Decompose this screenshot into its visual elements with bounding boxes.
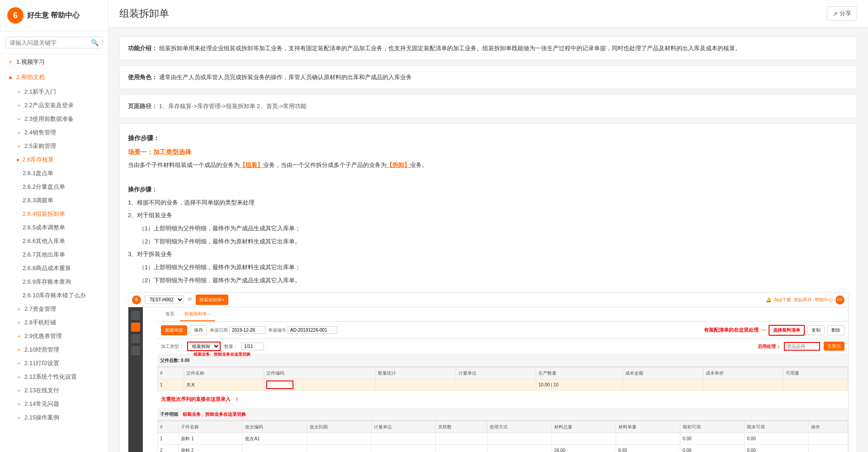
sim-nav-btn[interactable]: 拆装拆卸单× bbox=[196, 295, 228, 305]
step3-1: （1）上部明细为父件明细，最终作为原材料生成其它出库单； bbox=[128, 262, 849, 273]
sim-action-btn2[interactable]: 删除 bbox=[827, 325, 844, 335]
sidebar-item-faq[interactable]: ＋2.14常见问题 bbox=[0, 397, 108, 411]
td-end: 0.00 bbox=[745, 433, 809, 445]
func-intro-card: 功能介绍： 组装拆卸单用来处理企业组装或拆卸等加工业务，支持有固定装配清单的产品… bbox=[119, 37, 857, 60]
sim-type-label: 加工类型： bbox=[161, 342, 184, 351]
sidebar-item-docs[interactable]: ● 2.帮助文档 bbox=[0, 70, 108, 85]
sim-date-field: 单据日期 bbox=[210, 326, 265, 334]
role-text: 通常由生产人员或库管人员完成拆装业务的操作，库管人员确认原材料的出库和产成品的入… bbox=[159, 74, 412, 81]
td-unit bbox=[456, 379, 536, 390]
sidebar-item-ops[interactable]: ＋2.10经营管理 bbox=[0, 343, 108, 357]
sidebar-item-label: 2.帮助文档 bbox=[16, 73, 45, 81]
sim-mid-annotation: 无需批次序列的直接在这里录入 ↑ bbox=[157, 391, 848, 408]
th-end-avail: 期末可用 bbox=[745, 421, 809, 433]
func-intro-text: 组装拆卸单用来处理企业组装或拆卸等加工业务，支持有固定装配清单的产品加工业务，也… bbox=[159, 45, 741, 52]
sim-type-select[interactable]: 组装拆卸 bbox=[187, 342, 221, 351]
logo-text: 好生意 帮助中心 bbox=[27, 11, 80, 20]
sub-plus-icon: ＋ bbox=[16, 360, 22, 367]
search-box[interactable]: 🔍 bbox=[5, 37, 103, 48]
sidebar-item-cases[interactable]: ＋2.15操作案例 bbox=[0, 411, 108, 424]
sim-enable-btn[interactable]: 立发完 bbox=[824, 342, 844, 351]
path-text: 1、库存核算->库存管理->组装拆卸单 2、首页->常用功能 bbox=[159, 103, 307, 109]
td-parent-code bbox=[264, 379, 376, 390]
sim-save-btn[interactable]: 保存 bbox=[190, 325, 207, 335]
sidebar-item-costcalc[interactable]: 2.6.8商品成本重算 bbox=[23, 262, 108, 275]
th-avail: 可用量 bbox=[783, 367, 848, 379]
sim-tab-close-icon[interactable]: × bbox=[208, 312, 211, 316]
td-mat-total bbox=[552, 433, 616, 445]
sim-num-label: 父件总数: 0.00 bbox=[160, 358, 190, 363]
sim-type-row: 加工类型： 组装拆卸 数量： 组装业务、拆卸业务在这里切换 bbox=[157, 339, 848, 354]
td-child-name: 原料 1 bbox=[179, 433, 243, 445]
sim-bom-select-btn[interactable]: 选择装料清单 bbox=[769, 325, 805, 336]
sub-plus-icon: ＋ bbox=[16, 346, 22, 354]
search-icon[interactable]: 🔍 bbox=[91, 39, 99, 46]
sidebar-item-outother[interactable]: 2.6.7其他出库单 bbox=[23, 248, 108, 262]
step2: 2、对于组装业务 bbox=[128, 210, 849, 221]
sim-parent-table-header: # 父件名称 父件编码 数量统计 计量单位 生产数量 成本金额 成本单价 可用量 bbox=[158, 367, 848, 379]
sim-topbar: 6 TEST-H002 ⟳ 拆装拆卸单× 🔔 App下载 初始库存 帮助中心 C… bbox=[128, 293, 848, 307]
sidebar-item-partstake[interactable]: 2.6.2分量盘点单 bbox=[23, 180, 108, 194]
sim-qty-label: 数量： bbox=[224, 342, 238, 351]
header: 组装拆卸单 ↗ 分享 bbox=[108, 0, 868, 28]
sidebar-item-onlinepay[interactable]: ＋2.13在线支付 bbox=[0, 384, 108, 397]
sidebar-item-install[interactable]: ＋2.2产品安装及登录 bbox=[0, 99, 108, 112]
ops-title: 操作步骤： bbox=[128, 132, 849, 144]
sim-tab-home[interactable]: 首页 bbox=[161, 307, 179, 321]
sidebar-item-stockerr[interactable]: 2.6.10库存账本错了么办 bbox=[23, 289, 108, 302]
sim-no-input[interactable] bbox=[288, 326, 337, 334]
sidebar-item-new[interactable]: ＋2.1新手入门 bbox=[0, 85, 108, 99]
search-input[interactable] bbox=[9, 39, 91, 46]
step1: 1、根据不同的业务，选择不同单据的类型来处理 bbox=[128, 197, 849, 209]
sim-app-link[interactable]: App下载 bbox=[774, 295, 791, 304]
sidebar-item-video[interactable]: ＋ 1.视频学习 bbox=[0, 54, 108, 70]
sidebar: 6 好生意 帮助中心 🔍 ＋ 1.视频学习 ● 2.帮助文档 ＋2.1新手入门 … bbox=[0, 0, 108, 452]
sidebar-item-transfer[interactable]: 2.6.3调拨单 bbox=[23, 194, 108, 207]
th-mat-total: 材料总量 bbox=[552, 421, 616, 433]
th-unit: 计量单位 bbox=[456, 367, 536, 379]
sidebar-item-finance[interactable]: ＋2.7资金管理 bbox=[0, 302, 108, 316]
func-intro-label: 功能介绍： bbox=[128, 45, 157, 52]
th-batch-code: 批次编码 bbox=[243, 421, 307, 433]
steps-card: 操作步骤： 场景一：加工类型选择 当由多个子件材料组装成一个成品的业务为【组装】… bbox=[119, 124, 857, 452]
sim-arrow1: → bbox=[760, 324, 767, 336]
sidebar-item-mobile[interactable]: ＋2.8手机旺铺 bbox=[0, 316, 108, 329]
share-button[interactable]: ↗ 分享 bbox=[827, 6, 857, 21]
th-ops: 操作 bbox=[809, 421, 848, 433]
sidebar-item-stockcheck[interactable]: 2.6.9库存账本查询 bbox=[23, 275, 108, 289]
sim-date-input[interactable] bbox=[229, 326, 265, 334]
sidebar-item-print[interactable]: ＋2.11打印设置 bbox=[0, 357, 108, 370]
sim-qty-input[interactable] bbox=[241, 343, 264, 350]
sim-brand-input[interactable] bbox=[784, 342, 820, 351]
sim-new-btn[interactable]: 新建单据 bbox=[161, 325, 187, 335]
sidebar-item-stocktake[interactable]: 2.6.1盘点单 bbox=[23, 167, 108, 180]
sim-annotation1-area: 有装配清单的在这里处理 → 选择装料清单 bbox=[704, 324, 805, 336]
sim-avatar: CC bbox=[835, 295, 844, 305]
sim-init-link[interactable]: 初始库存 bbox=[794, 295, 812, 304]
sidebar-item-sales[interactable]: ＋2.4销售管理 bbox=[0, 126, 108, 139]
sim-help-link[interactable]: 帮助中心 bbox=[815, 295, 833, 304]
th-related: 关联数 bbox=[436, 421, 487, 433]
th-batch-exp: 批次到期 bbox=[307, 421, 371, 433]
td-parent-code-input[interactable] bbox=[266, 381, 293, 389]
sim-tab-assembly[interactable]: 拆装拆卸单× bbox=[180, 307, 215, 321]
sim-arrow4: ↓ bbox=[778, 341, 781, 352]
sidebar-item-sysset[interactable]: ＋2.12系统个性化设置 bbox=[0, 370, 108, 384]
sim-bell-icon: 🔔 bbox=[766, 295, 771, 304]
sidebar-item-coupon[interactable]: ＋2.9优惠券管理 bbox=[0, 329, 108, 343]
sim-no-field: 单据编号 bbox=[268, 326, 337, 334]
th-parent-code: 父件编码 bbox=[264, 367, 376, 379]
sim-sidebar-icon-order bbox=[131, 334, 140, 343]
sidebar-item-data[interactable]: ＋2.3使用前数据准备 bbox=[0, 112, 108, 126]
sim-action-btn1[interactable]: 复制 bbox=[807, 325, 825, 335]
sidebar-item-purchase[interactable]: ＋2.5采购管理 bbox=[0, 139, 108, 153]
sim-sidebar bbox=[128, 307, 143, 452]
sidebar-item-assembly[interactable]: 2.6.4组装拆卸单 bbox=[23, 207, 108, 221]
sim-child-table: # 子件名称 批次编码 批次到期 计量单位 关联数 使用方式 材料总量 材料单量 bbox=[157, 421, 848, 452]
sidebar-item-costadj[interactable]: 2.6.5成本调整单 bbox=[23, 221, 108, 234]
sidebar-item-inventory[interactable]: ●2.6库存核算 bbox=[0, 153, 108, 167]
sim-store-select[interactable]: TEST-H002 bbox=[145, 295, 184, 304]
td-seq: 1 bbox=[158, 433, 179, 445]
sidebar-item-inother[interactable]: 2.6.6其他入库单 bbox=[23, 234, 108, 248]
nav-sub-docs: ＋2.1新手入门 ＋2.2产品安装及登录 ＋2.3使用前数据准备 ＋2.4销售管… bbox=[0, 85, 108, 424]
